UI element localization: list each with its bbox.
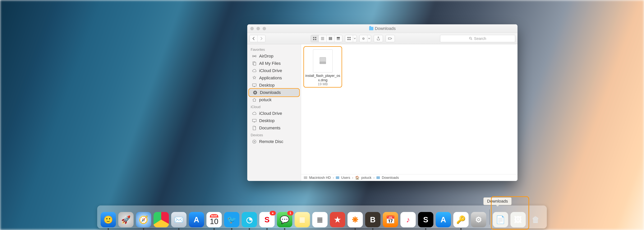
desktop-icon bbox=[252, 118, 257, 123]
sidebar-item-all-my-files[interactable]: All My Files bbox=[248, 60, 300, 67]
arrange-icon bbox=[345, 35, 353, 42]
dock-tooltip-text: Downloads bbox=[487, 199, 508, 204]
svg-point-27 bbox=[252, 140, 256, 143]
sidebar-item-icloud-desktop[interactable]: Desktop bbox=[248, 117, 300, 124]
dock-calendar[interactable]: MAR10 bbox=[206, 212, 222, 227]
column-view-button[interactable] bbox=[326, 35, 334, 42]
sidebar-item-downloads[interactable]: Downloads bbox=[249, 89, 299, 96]
home-icon: 🏠 bbox=[355, 176, 360, 180]
sidebar-item-label: All My Files bbox=[259, 61, 280, 66]
sidebar-item-airdrop[interactable]: AirDrop bbox=[248, 52, 300, 60]
dock-messages[interactable]: 💬1 bbox=[277, 212, 292, 227]
dock-reminders[interactable]: ≣ bbox=[312, 212, 328, 227]
svg-line-18 bbox=[471, 39, 472, 40]
sidebar-item-label: Desktop bbox=[259, 118, 275, 123]
svg-rect-7 bbox=[329, 37, 330, 40]
dock-bear[interactable]: B bbox=[365, 212, 380, 227]
minimize-button[interactable] bbox=[256, 27, 260, 30]
dock-finder[interactable]: 🙂 bbox=[100, 212, 116, 227]
svg-rect-16 bbox=[350, 39, 350, 40]
svg-rect-10 bbox=[337, 37, 340, 38]
list-view-button[interactable] bbox=[319, 35, 326, 42]
dock-tweetbot[interactable]: ◔ bbox=[242, 212, 257, 227]
dock-photos[interactable]: ❋ bbox=[348, 212, 363, 227]
search-field[interactable]: Search bbox=[440, 35, 515, 42]
sidebar-item-label: iCloud Drive bbox=[259, 68, 282, 73]
nav-buttons bbox=[250, 35, 266, 42]
dock-safari[interactable]: 🧭 bbox=[136, 212, 151, 227]
chevron-down-icon bbox=[368, 35, 371, 42]
dock-wunderlist[interactable]: ★ bbox=[330, 212, 345, 227]
share-button[interactable] bbox=[374, 35, 383, 42]
path-segment[interactable]: potuck bbox=[361, 176, 372, 180]
dock-notes[interactable]: ≣ bbox=[294, 212, 310, 227]
arrange-button[interactable] bbox=[345, 35, 357, 42]
folder-icon bbox=[369, 27, 373, 30]
desktop-icon bbox=[252, 83, 257, 88]
tags-button[interactable] bbox=[386, 35, 395, 42]
sidebar-section-icloud: iCloud bbox=[247, 104, 301, 110]
path-segment[interactable]: Downloads bbox=[382, 176, 399, 180]
dock-twitter[interactable]: 🐦 bbox=[224, 212, 240, 227]
dock-chrome[interactable] bbox=[154, 212, 169, 227]
svg-rect-1 bbox=[315, 37, 316, 38]
dock-sysprefs[interactable]: ⚙ bbox=[471, 212, 486, 227]
sidebar-item-icloud-drive[interactable]: iCloud Drive bbox=[248, 67, 300, 74]
cloud-icon bbox=[252, 111, 257, 116]
home-icon bbox=[252, 97, 257, 102]
action-button[interactable]: ⚙ bbox=[360, 35, 371, 42]
hd-icon bbox=[304, 176, 307, 179]
sidebar-section-devices: Devices bbox=[247, 132, 301, 138]
applications-icon bbox=[252, 76, 257, 80]
icon-view-button[interactable] bbox=[311, 35, 319, 42]
sidebar-item-remote-disc[interactable]: Remote Disc bbox=[248, 138, 300, 145]
sidebar-item-icloud-drive-2[interactable]: iCloud Drive bbox=[248, 110, 300, 117]
dmg-file-icon bbox=[313, 50, 332, 72]
svg-rect-9 bbox=[331, 37, 332, 40]
dock-launchpad[interactable]: 🚀 bbox=[118, 212, 134, 227]
dock-1password[interactable]: 🔑 bbox=[453, 212, 469, 227]
svg-rect-6 bbox=[321, 40, 324, 40]
dock-appstore2[interactable]: A bbox=[189, 212, 204, 227]
sidebar-item-documents[interactable]: Documents bbox=[248, 124, 300, 132]
back-button[interactable] bbox=[250, 35, 258, 42]
svg-rect-30 bbox=[320, 62, 326, 64]
sidebar-item-home[interactable]: potuck bbox=[248, 96, 300, 104]
dock-itunes[interactable]: ♪ bbox=[400, 212, 416, 227]
svg-point-17 bbox=[470, 37, 471, 39]
zoom-button[interactable] bbox=[262, 27, 266, 30]
svg-rect-12 bbox=[337, 40, 340, 40]
search-placeholder: Search bbox=[474, 36, 486, 41]
coverflow-view-button[interactable] bbox=[334, 35, 342, 42]
finder-window: Downloads bbox=[247, 24, 518, 181]
list-icon bbox=[321, 37, 324, 40]
dock-mail[interactable]: ✉️ bbox=[171, 212, 186, 227]
search-icon bbox=[469, 37, 472, 40]
dock-downloads-stack[interactable]: 📄 bbox=[493, 212, 508, 227]
dock-sonos[interactable]: S bbox=[418, 212, 433, 227]
svg-rect-8 bbox=[330, 37, 331, 40]
svg-rect-29 bbox=[320, 57, 326, 62]
sidebar-item-desktop[interactable]: Desktop bbox=[248, 82, 300, 89]
svg-rect-15 bbox=[348, 39, 349, 40]
file-item[interactable]: install_flash_player_osx.dmg 19 MB bbox=[304, 46, 341, 88]
sidebar-item-applications[interactable]: Applications bbox=[248, 74, 300, 82]
columns-icon bbox=[329, 37, 332, 40]
dock-trash[interactable]: 🗑 bbox=[528, 212, 544, 227]
traffic-lights bbox=[250, 27, 266, 30]
dock-slack[interactable]: S● bbox=[259, 212, 275, 227]
dock-appstore[interactable]: A bbox=[436, 212, 451, 227]
path-segment[interactable]: Users bbox=[341, 176, 350, 180]
forward-button[interactable] bbox=[258, 35, 265, 42]
sidebar-item-label: AirDrop bbox=[259, 54, 274, 59]
svg-rect-23 bbox=[254, 86, 255, 87]
path-segment[interactable]: Macintosh HD bbox=[309, 176, 331, 180]
disc-icon bbox=[252, 139, 257, 144]
svg-rect-11 bbox=[337, 39, 340, 40]
svg-rect-4 bbox=[321, 37, 324, 38]
close-button[interactable] bbox=[250, 27, 254, 30]
finder-content-area[interactable]: install_flash_player_osx.dmg 19 MB Macin… bbox=[301, 44, 518, 181]
window-titlebar[interactable]: Downloads bbox=[247, 24, 518, 33]
dock-screenshots-stack[interactable]: 🖼 bbox=[510, 212, 526, 227]
dock-fantastical[interactable]: 📅 bbox=[383, 212, 398, 227]
